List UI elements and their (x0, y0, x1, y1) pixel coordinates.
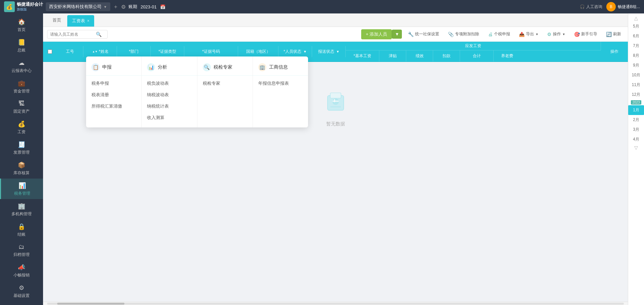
dropdown-arrow-icon: ▼ (395, 32, 399, 37)
dropdown-item-income-estimate[interactable]: 收入测算 (142, 112, 197, 123)
sidebar-item-ledger[interactable]: 📒 总账 (0, 35, 43, 56)
sidebar-item-salary[interactable]: 💰 工资 (0, 117, 43, 138)
calendar-month-12[interactable]: 12月 (628, 90, 644, 100)
search-icon[interactable]: 🔍 (96, 32, 102, 37)
salary-sub-headers: *基本工资 津贴 绩效 扣款 合 (346, 50, 601, 62)
operation-btn[interactable]: ⚙ 操作 ▼ (544, 30, 568, 38)
add-company-btn[interactable]: ＋ (113, 3, 118, 10)
calendar-month-3[interactable]: 3月 (628, 125, 644, 135)
sidebar-item-archive[interactable]: 🗂 归档管理 (0, 240, 43, 260)
content-main: 🔍 + 添加人员 ▼ 🔧 统一社保设置 (43, 27, 628, 305)
calendar-icon[interactable]: 📅 (160, 4, 165, 9)
add-person-btn[interactable]: + 添加人员 (361, 29, 392, 39)
calendar-month-4[interactable]: 4月 (628, 135, 644, 144)
add-person-dropdown-btn[interactable]: ▼ (392, 30, 402, 39)
sidebar-item-multi-org[interactable]: 🏢 多机构管理 (0, 199, 43, 220)
toolbar: 🔍 + 添加人员 ▼ 🔧 统一社保设置 (43, 27, 628, 42)
business-header-icon: 🏢 (258, 63, 266, 71)
svg-rect-1 (330, 93, 341, 98)
settings-icon[interactable]: ⚙ (121, 4, 126, 10)
user-info[interactable]: B 畅捷通B组... (606, 2, 640, 11)
sort-name-icon[interactable]: ▲▼ (92, 50, 98, 53)
special-deduction-btn[interactable]: 📎 专项附加扣除 (445, 30, 482, 38)
calendar-scroll-down[interactable]: ▽ (628, 144, 644, 151)
svg-rect-3 (332, 101, 339, 102)
sidebar-item-fund[interactable]: 💼 资金管理 (0, 76, 43, 97)
dropdown-item-tax-table[interactable]: 税表清册 (86, 89, 141, 101)
dropdown-header-business: 🏢 工商信息 (253, 61, 308, 76)
tax-icon: 📊 (18, 182, 26, 189)
calendar-month-2[interactable]: 2月 (628, 115, 644, 125)
calendar-month-9[interactable]: 9月 (628, 61, 644, 70)
inventory-icon: 📦 (18, 161, 25, 169)
content-area: 首页 工资表 × 🔍 + 添加人员 (43, 13, 628, 305)
sidebar-item-guide[interactable]: 🎯 新手引导 (0, 301, 43, 305)
toolbar-right: + 添加人员 ▼ 🔧 统一社保设置 📎 专项附加扣除 (361, 29, 624, 39)
tab-home[interactable]: 首页 (47, 14, 67, 27)
export-btn[interactable]: 📤 导出 ▼ (516, 30, 541, 38)
sidebar-item-home[interactable]: 🏠 首页 (0, 15, 43, 35)
dropdown-item-tax-stats[interactable]: 纳税统计表 (142, 101, 197, 112)
col-header-report: 报送状态 ▼ (312, 46, 346, 57)
ledger-icon: 📒 (18, 39, 25, 46)
dropdown-header-analysis: 📊 分析 (142, 61, 197, 76)
guide-btn[interactable]: 🎯 新手引导 (571, 30, 600, 38)
sidebar-item-marketing[interactable]: 📣 小畅报销 (0, 260, 43, 281)
sidebar-item-settings[interactable]: ⚙ 基础设置 (0, 281, 43, 301)
company-selector[interactable]: 西安虾米网络科技有限公司 ▼ (46, 2, 110, 11)
calendar-month-7[interactable]: 7月 (628, 41, 644, 51)
checkbox-all[interactable] (48, 49, 52, 54)
dropdown-header-declaration: 📋 申报 (86, 61, 141, 76)
col-header-pension: 养老费 (494, 50, 521, 62)
calendar-month-6[interactable]: 6月 (628, 31, 644, 41)
sidebar: 🏠 首页 📒 总账 ☁ 云报表中心 💼 资金管理 🏗 固定资产 💰 工资 🧾 发… (0, 13, 43, 305)
report-filter-icon[interactable]: ▼ (336, 50, 340, 53)
right-sidebar: △ 5月 6月 7月 8月 9月 10月 11月 12月 2023 1月 2月 … (628, 13, 644, 305)
calendar-month-1[interactable]: 1月 (628, 105, 644, 115)
dropdown-col-declaration: 📋 申报 税务申报 税表清册 所得税汇算清缴 (86, 56, 142, 127)
svg-rect-4 (334, 99, 335, 102)
col-header-base: *基本工资 (346, 50, 379, 62)
export-dropdown-arrow: ▼ (535, 33, 538, 36)
tab-salary-table[interactable]: 工资表 × (67, 15, 94, 27)
dropdown-item-tax-payment-fluctuation[interactable]: 纳税波动表 (142, 89, 197, 101)
tax-declaration-btn[interactable]: 🖨 个税申报 (485, 30, 513, 38)
main-layout: 🏠 首页 📒 总账 ☁ 云报表中心 💼 资金管理 🏗 固定资产 💰 工资 🧾 发… (0, 13, 644, 305)
sidebar-item-assets[interactable]: 🏗 固定资产 (0, 97, 43, 117)
dropdown-col-analysis: 📊 分析 税负波动表 纳税波动表 纳税统计表 收入测算 (142, 56, 197, 127)
sidebar-item-cloud-report[interactable]: ☁ 云报表中心 (0, 56, 43, 76)
dropdown-header-tax-expert: 🔍 税检专家 (197, 61, 253, 76)
calendar-month-8[interactable]: 8月 (628, 51, 644, 61)
social-insurance-btn[interactable]: 🔧 统一社保设置 (405, 30, 442, 38)
period-label: 账期 (128, 4, 137, 10)
sidebar-item-inventory[interactable]: 📦 库存核算 (0, 158, 43, 179)
calendar-scroll-up[interactable]: △ (628, 15, 644, 22)
year-tag-2023: 2023 (631, 100, 641, 105)
company-name: 西安虾米网络科技有限公司 (49, 4, 102, 10)
refresh-btn[interactable]: 🔄 刷新 (603, 30, 624, 38)
customer-service-btn[interactable]: 🎧 人工咨询 (580, 4, 602, 10)
dropdown-item-tax-declaration[interactable]: 税务申报 (86, 78, 141, 89)
add-person-btn-group: + 添加人员 ▼ (361, 29, 402, 39)
select-all-checkbox[interactable] (43, 49, 56, 54)
calendar-month-5[interactable]: 5月 (628, 22, 644, 31)
tab-close-btn[interactable]: × (87, 18, 89, 23)
sidebar-item-invoice[interactable]: 🧾 发票管理 (0, 138, 43, 158)
calendar-month-10[interactable]: 10月 (628, 70, 644, 80)
dropdown-item-tax-fluctuation[interactable]: 税负波动表 (142, 78, 197, 89)
user-name: 畅捷通B组... (618, 4, 640, 10)
sidebar-item-tax[interactable]: 📊 税务管理 (0, 179, 43, 199)
tab-bar: 首页 工资表 × (43, 13, 628, 27)
dropdown-item-income-tax[interactable]: 所得税汇算清缴 (86, 101, 141, 112)
sidebar-item-closing[interactable]: 🔒 结账 (0, 220, 43, 240)
period-value: 2023-01 (141, 4, 157, 9)
scrollbar-thumb[interactable] (57, 303, 124, 305)
scrollbar-track[interactable] (47, 303, 624, 305)
dropdown-item-tax-expert[interactable]: 税检专家 (197, 78, 253, 89)
col-header-total: 合计 (460, 50, 494, 62)
search-input[interactable] (50, 32, 94, 37)
status-filter-icon[interactable]: ▼ (303, 50, 307, 53)
calendar-month-11[interactable]: 11月 (628, 80, 644, 90)
dropdown-item-annual-report[interactable]: 年报信息申报表 (253, 78, 308, 89)
col-header-name: ▲▼ *姓名 (83, 46, 117, 57)
